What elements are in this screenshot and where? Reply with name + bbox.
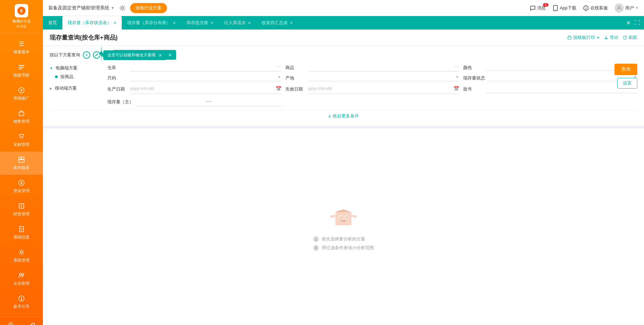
filter-field-color: 颜色 ▼	[463, 64, 637, 71]
tab-inventory-status-label: 现存量（库存状况表）	[68, 20, 111, 26]
top-header: 装备及固定资产辅助管理系统 ▼ 体验行业方案 消息 6	[43, 0, 644, 16]
system-selector[interactable]: 装备及固定资产辅助管理系统 ▼	[48, 5, 115, 11]
product-ellipsis-icon[interactable]: ···	[455, 64, 459, 70]
tab-in-out-flow-label: 出入库流水	[224, 20, 246, 26]
sidebar-item-inventory[interactable]: 库存核算	[0, 152, 43, 175]
base-info-icon	[17, 225, 25, 233]
expiry-date-from-calendar-icon[interactable]: 📅	[453, 86, 459, 91]
set-button[interactable]: 设置	[617, 78, 637, 89]
inventory-qty-to[interactable]	[214, 97, 281, 105]
tooltip2-close[interactable]: ✕	[158, 53, 162, 58]
sidebar-item-label: 营销推广	[13, 96, 30, 101]
svg-point-4	[20, 138, 21, 139]
svg-point-12	[20, 251, 22, 253]
svg-rect-30	[352, 215, 357, 218]
experience-button[interactable]: 体验行业方案	[130, 3, 167, 13]
tab-batch-account[interactable]: 库存批次账 ✕	[181, 16, 219, 30]
filter-row-2: 尺码 ▼ 产地 ▼	[103, 75, 637, 81]
warehouse-ellipsis-icon[interactable]: ···	[277, 64, 281, 70]
filter-field-production-date: 生产日期 📅	[107, 85, 281, 94]
tab-inventory-distribution[interactable]: 现存量（库存分布表） ✕	[122, 16, 181, 30]
tooltip2-scheme-create: 这里可以创建和修改方案哦 ✕	[103, 50, 166, 60]
collapse-button[interactable]: ∧ 收起更多条件	[328, 113, 359, 119]
sidebar-item-base-info[interactable]: 基础信息	[0, 221, 43, 244]
filter-edit-button[interactable]	[93, 51, 100, 59]
size-label: 尺码	[107, 75, 127, 81]
filter-add-button[interactable]: +	[83, 51, 90, 59]
sidebar-item-quick-nav[interactable]: 快捷导航	[0, 59, 43, 82]
scheme-desktop-item[interactable]: 按商品	[55, 72, 98, 81]
header-settings-icon[interactable]	[117, 3, 127, 13]
tabs-fullscreen-icon[interactable]: ⛶	[633, 18, 641, 27]
messages-badge: 6	[543, 3, 548, 7]
sidebar-item-purchase[interactable]: 采购管理	[0, 128, 43, 152]
sidebar-item-system[interactable]: 系统管理	[0, 244, 43, 267]
user-button[interactable]: 用户 ▼	[614, 3, 639, 13]
production-date-from[interactable]	[130, 85, 274, 92]
filter-field-origin: 产地 ▼	[285, 75, 460, 81]
page-actions: 按模板打印 ▼ 导出 刷新	[567, 35, 637, 41]
sidebar-logo: 6 畅通好生意 标准版	[0, 0, 43, 33]
color-label: 颜色	[463, 65, 483, 71]
svg-point-13	[19, 273, 21, 275]
refresh-button[interactable]: 刷新	[623, 35, 637, 41]
purchase-icon	[17, 132, 25, 141]
user-avatar	[614, 3, 624, 13]
sidebar-item-sales[interactable]: 销售管理	[0, 105, 43, 128]
tab-in-out-flow[interactable]: 出入库流水 ✕	[219, 16, 256, 30]
inventory-qty-from[interactable]	[136, 97, 203, 105]
origin-chevron-icon: ▼	[455, 75, 459, 79]
svg-rect-23	[568, 37, 571, 39]
tab-collect-summary-label: 收发存汇总表	[262, 20, 288, 26]
scheme-dot	[55, 75, 58, 78]
tab-home[interactable]: 首页	[43, 16, 62, 30]
size-select-container[interactable]: ▼	[130, 75, 281, 81]
collapse-bar[interactable]: ∧ 收起更多条件	[50, 110, 637, 122]
scheme-desktop[interactable]: ▼ 电脑端方案	[50, 64, 98, 72]
tab-collect-summary-close[interactable]: ✕	[290, 21, 293, 25]
sidebar-item-operations[interactable]: 经营管理	[0, 198, 43, 221]
tooltip2-text: 这里可以创建和修改方案哦	[107, 52, 156, 58]
scheme-mobile[interactable]: ▶ 移动端方案	[50, 84, 98, 93]
sidebar-item-search-menu[interactable]: ☰ 搜索菜单	[0, 36, 43, 59]
svg-rect-6	[19, 160, 24, 162]
sidebar-item-label: 新手引导	[13, 304, 30, 310]
tab-inventory-status-close[interactable]: ✕	[113, 21, 116, 25]
search-button[interactable]: 查询	[614, 64, 637, 75]
template-print-button[interactable]: 按模板打印 ▼	[567, 35, 600, 41]
tab-inventory-status[interactable]: 现存量（库存状况表） ✕	[62, 16, 122, 30]
sidebar-item-marketing[interactable]: 营销推广	[0, 82, 43, 105]
sidebar-item-label: 采购管理	[13, 142, 30, 148]
production-date-from-calendar-icon[interactable]: 📅	[276, 86, 281, 91]
chevron-down-icon: ▼	[111, 6, 115, 10]
tabs-close-all-icon[interactable]: ✕	[625, 18, 632, 28]
settings-button[interactable]	[6, 320, 15, 325]
collapse-button[interactable]	[28, 320, 37, 325]
sidebar-item-guide[interactable]: 新手引导	[0, 290, 43, 314]
tab-in-out-flow-close[interactable]: ✕	[248, 21, 251, 25]
empty-tip-2: 2 用过滤条件来缩小分析范围	[313, 243, 374, 252]
app-download-button[interactable]: App下载	[552, 5, 576, 11]
header-right: 消息 6 App下载 在线客服	[530, 3, 639, 13]
expiry-date-from[interactable]	[308, 85, 452, 92]
tooltip1-close[interactable]: ✕	[168, 52, 172, 58]
template-print-arrow: ▼	[596, 36, 600, 40]
svg-rect-29	[330, 215, 336, 218]
filter-field-inventory-status: 现存量状态 ▼	[463, 75, 637, 81]
sidebar-item-finance[interactable]: 资金管理	[0, 175, 43, 198]
sidebar-item-label: 快捷导航	[13, 72, 30, 78]
tab-collect-summary[interactable]: 收发存汇总表 ✕	[256, 16, 298, 30]
tab-batch-account-close[interactable]: ✕	[210, 21, 213, 25]
tab-inventory-distribution-close[interactable]: ✕	[173, 21, 176, 25]
export-label: 导出	[610, 35, 619, 41]
origin-select-container[interactable]: ▼	[308, 75, 460, 81]
online-support-button[interactable]: 在线客服	[583, 5, 608, 11]
filter-field-inventory-qty: 现存量（主） —	[107, 97, 281, 107]
sidebar-item-enterprise[interactable]: 企业协同	[0, 267, 43, 290]
inventory-status-label: 现存量状态	[463, 75, 485, 81]
svg-point-28	[346, 217, 347, 218]
export-button[interactable]: 导出	[604, 35, 619, 41]
svg-point-27	[340, 217, 341, 218]
app-download-label: App下载	[560, 5, 576, 11]
messages-button[interactable]: 消息 6	[530, 5, 546, 11]
